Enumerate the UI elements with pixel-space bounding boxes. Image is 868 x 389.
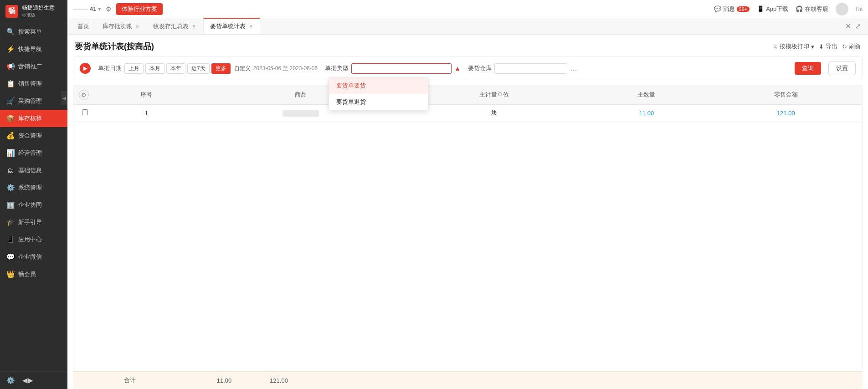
data-table: ⚙ 序号 商品 主计量单位 主数量 零售金额 1 xyxy=(73,85,862,122)
col-index: 序号 xyxy=(96,85,196,105)
sidebar-collapse-btn[interactable]: ◀ xyxy=(61,91,67,105)
tab-batch-account-label: 库存批次账 xyxy=(103,22,132,31)
print-template-btn[interactable]: 🖨 按模板打印 ▾ xyxy=(772,42,814,51)
export-icon: ⬇ xyxy=(819,43,824,50)
query-btn[interactable]: 查询 xyxy=(795,62,821,75)
settings-icon[interactable]: ⚙️ xyxy=(6,376,15,384)
sidebar-item-purchase[interactable]: 🛒 采购管理 xyxy=(0,92,67,110)
sidebar-item-member[interactable]: 👑 畅会员 xyxy=(0,266,67,283)
export-btn[interactable]: ⬇ 导出 xyxy=(819,42,837,51)
date-btn-year[interactable]: 本年 xyxy=(166,63,185,74)
type-filter-label: 单据类型 xyxy=(325,64,349,72)
dropdown-item-order[interactable]: 要货单要货 xyxy=(329,77,428,94)
sidebar-item-inventory[interactable]: 📦 库存核算 xyxy=(0,110,67,127)
warehouse-more-btn[interactable]: … xyxy=(570,64,577,72)
tab-restore-icon[interactable]: ⤢ xyxy=(855,22,861,31)
row-select-checkbox[interactable] xyxy=(82,109,88,115)
warehouse-filter-input[interactable] xyxy=(494,63,567,74)
app-download-btn[interactable]: 📱 App下载 xyxy=(757,5,788,13)
marketing-icon: 📢 xyxy=(6,62,15,71)
tab-receive-summary-label: 收发存汇总表 xyxy=(153,22,189,31)
sidebar-item-label: 应用中心 xyxy=(18,235,42,244)
sidebar-item-quick-nav[interactable]: ⚡ 快捷导航 xyxy=(0,41,67,58)
sidebar-item-enterprise[interactable]: 🏢 企业协同 xyxy=(0,196,67,214)
date-btn-current[interactable]: 本月 xyxy=(145,63,164,74)
sidebar-item-label: 营销推广 xyxy=(18,62,42,71)
sidebar-item-label: 畅会员 xyxy=(18,270,36,278)
app-logo: 畅 畅捷通好生意 标准版 xyxy=(0,0,67,23)
logo-icon: 畅 xyxy=(5,5,18,18)
filter-expand-btn[interactable]: ▶ xyxy=(80,63,91,74)
tab-batch-account[interactable]: 库存批次账 × xyxy=(96,18,147,34)
trial-btn[interactable]: 体验行业方案 xyxy=(116,3,163,15)
sidebar-item-marketing[interactable]: 📢 营销推广 xyxy=(0,58,67,75)
table-settings-icon[interactable]: ⚙ xyxy=(79,90,89,100)
sidebar-item-appstore[interactable]: 📱 应用中心 xyxy=(0,231,67,248)
store-selector[interactable]: ――― 41 ▾ xyxy=(73,5,101,12)
topbar: ――― 41 ▾ ⚙ 体验行业方案 💬 消息 99+ 📱 App下载 🎧 在线客… xyxy=(67,0,868,18)
type-dropdown-menu: 要货单要货 要货单退货 xyxy=(329,77,429,111)
sidebar-item-label: 企业微信 xyxy=(18,253,42,261)
row-quantity[interactable]: 11.00 xyxy=(583,105,709,122)
messages-btn[interactable]: 💬 消息 99+ xyxy=(714,5,750,13)
finance-icon: 💰 xyxy=(6,132,15,140)
phone-icon: 📱 xyxy=(757,5,764,12)
warehouse-filter-group: 要货仓库 … xyxy=(468,63,577,74)
search-icon: 🔍 xyxy=(6,28,15,36)
headset-icon: 🎧 xyxy=(796,5,803,12)
set-btn[interactable]: 设置 xyxy=(828,61,856,75)
operations-icon: 📊 xyxy=(6,149,15,157)
dropdown-item-return[interactable]: 要货单退货 xyxy=(329,94,428,110)
sidebar-item-sales[interactable]: 📋 销售管理 xyxy=(0,75,67,92)
tab-receive-summary-close[interactable]: × xyxy=(191,23,196,30)
sidebar-item-wechat[interactable]: 💬 企业微信 xyxy=(0,248,67,266)
col-settings[interactable]: ⚙ xyxy=(73,85,96,105)
online-service-btn[interactable]: 🎧 在线客服 xyxy=(796,5,828,13)
app-download-label: App下载 xyxy=(766,5,788,13)
date-filter-label: 单据日期 xyxy=(98,64,122,72)
refresh-btn[interactable]: ↻ 刷新 xyxy=(842,42,861,51)
date-btn-recent7[interactable]: 近7天 xyxy=(187,63,210,74)
user-avatar[interactable] xyxy=(836,3,848,15)
tab-close-all-icon[interactable]: ✕ xyxy=(845,22,851,31)
sidebar-item-label: 新手引导 xyxy=(18,218,42,226)
sidebar-item-label: 经营管理 xyxy=(18,149,42,157)
tab-receive-summary[interactable]: 收发存汇总表 × xyxy=(147,18,203,34)
col-amount: 零售金额 xyxy=(710,85,862,105)
topbar-right: 💬 消息 99+ 📱 App下载 🎧 在线客服 Rit xyxy=(714,3,863,15)
sidebar-item-guide[interactable]: 🎓 新手引导 xyxy=(0,214,67,231)
sidebar-item-search[interactable]: 🔍 搜索菜单 xyxy=(0,23,67,41)
sidebar-item-operations[interactable]: 📊 经营管理 xyxy=(0,144,67,162)
sales-icon: 📋 xyxy=(6,80,15,88)
data-table-wrapper: ⚙ 序号 商品 主计量单位 主数量 零售金额 1 xyxy=(73,85,863,371)
warehouse-filter-label: 要货仓库 xyxy=(468,64,492,72)
type-filter-input[interactable] xyxy=(351,63,452,74)
sidebar-nav: 🔍 搜索菜单 ⚡ 快捷导航 📢 营销推广 📋 销售管理 🛒 采购管理 📦 库存核… xyxy=(0,23,67,371)
page-content: 要货单统计表(按商品) 🖨 按模板打印 ▾ ⬇ 导出 ↻ 刷新 xyxy=(67,35,868,389)
sidebar-item-label: 系统管理 xyxy=(18,184,42,192)
sidebar-item-finance[interactable]: 💰 资金管理 xyxy=(0,127,67,144)
date-btn-more[interactable]: 更多 xyxy=(211,63,231,74)
row-unit: 块 xyxy=(405,105,584,122)
tab-home[interactable]: 首页 xyxy=(71,18,96,34)
row-amount[interactable]: 121.00 xyxy=(710,105,862,122)
type-filter-group: 单据类型 ▲ xyxy=(325,63,461,74)
type-dropdown-arrow[interactable]: ▲ xyxy=(454,65,461,72)
tab-batch-account-close[interactable]: × xyxy=(135,23,140,30)
chevron-down-icon: ▾ xyxy=(811,43,814,50)
message-icon: 💬 xyxy=(714,5,721,12)
topbar-left: ――― 41 ▾ ⚙ 体验行业方案 xyxy=(73,3,709,15)
tab-order-stats[interactable]: 要货单统计表 × xyxy=(203,18,260,34)
sidebar-item-system[interactable]: ⚙️ 系统管理 xyxy=(0,179,67,196)
page-actions: 🖨 按模板打印 ▾ ⬇ 导出 ↻ 刷新 xyxy=(772,42,861,51)
topbar-gear-icon[interactable]: ⚙ xyxy=(106,5,112,13)
tab-order-stats-close[interactable]: × xyxy=(248,23,253,30)
member-icon: 👑 xyxy=(6,270,15,278)
tabs-actions: ✕ ⤢ xyxy=(842,18,864,34)
sidebar-item-basic[interactable]: 🗂 基础信息 xyxy=(0,162,67,179)
date-btn-up[interactable]: 上月 xyxy=(124,63,144,74)
table-row: 1 块 11.00 121.00 xyxy=(73,105,862,122)
collapse-icon[interactable]: ◀▶ xyxy=(22,376,33,384)
row-checkbox[interactable] xyxy=(73,105,96,122)
refresh-label: 刷新 xyxy=(849,42,861,51)
